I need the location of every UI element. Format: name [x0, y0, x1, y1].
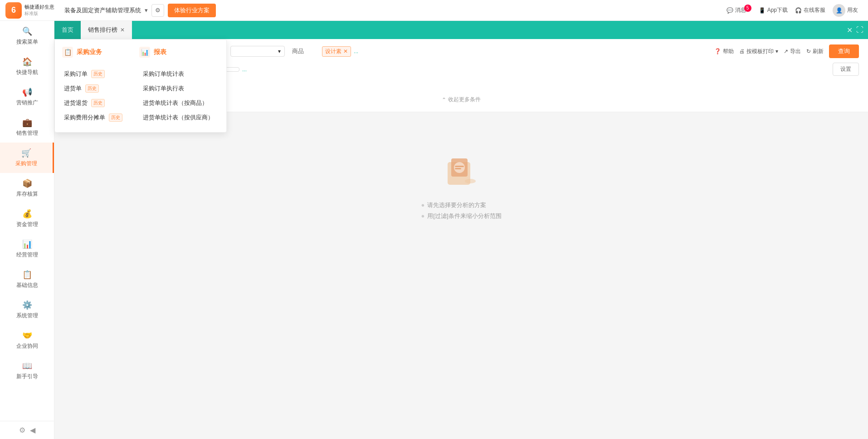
- sidebar-item-finance[interactable]: 💰 资金管理: [0, 203, 54, 234]
- purchase-business-col: 📋 采购业务 采购订单 历史 进货单 历史 进货退货 历史 采购费用分摊单 历史: [62, 47, 126, 125]
- sidebar-item-operations[interactable]: 📊 经营管理: [0, 234, 54, 264]
- sidebar-item-inventory[interactable]: 📦 库存核算: [0, 173, 54, 203]
- system-name: 装备及固定资产辅助管理系统: [64, 6, 141, 15]
- tab-close-window-icon[interactable]: ✕: [847, 26, 853, 35]
- logo-line2: 标准版: [24, 10, 54, 17]
- online-service-action[interactable]: 🎧 在线客服: [795, 6, 825, 14]
- refresh-icon: ↻: [806, 48, 811, 54]
- doc-status-select[interactable]: ▾: [230, 46, 285, 57]
- sidebar-item-purchase[interactable]: 🛒 采购管理: [0, 143, 54, 173]
- collapse-label: 收起更多条件: [448, 96, 481, 104]
- tab-maximize-icon[interactable]: ⛶: [856, 26, 863, 34]
- sidebar-label-operations: 经营管理: [16, 251, 38, 259]
- sidebar-item-basic-info[interactable]: 📋 基础信息: [0, 264, 54, 295]
- sidebar-label-enterprise: 企业协同: [16, 342, 38, 350]
- print-btn[interactable]: 🖨 按模板打印 ▾: [739, 48, 778, 55]
- sidebar-label-purchase: 采购管理: [15, 160, 37, 168]
- goods-return-label: 进货退货: [64, 99, 88, 107]
- sidebar: 🔍 搜索菜单 🏠 快捷导航 📢 营销推广 💼 销售管理 🛒 采购管理 📦 库存核…: [0, 21, 54, 439]
- query-btn[interactable]: 查询: [829, 44, 859, 58]
- help-btn[interactable]: ❓ 帮助: [714, 48, 734, 55]
- tabbar-right: ✕ ⛶: [847, 26, 868, 35]
- purchase-business-title: 📋 采购业务: [62, 47, 126, 61]
- svg-point-5: [465, 179, 476, 183]
- user-avatar: 👤: [833, 4, 845, 17]
- sidebar-item-search[interactable]: 🔍 搜索菜单: [0, 21, 54, 51]
- sidebar-item-system[interactable]: ⚙️ 系统管理: [0, 295, 54, 325]
- dropdown-goods-receipt[interactable]: 进货单 历史: [62, 81, 126, 96]
- topbar-right: 💬 消息 5 📱 App下载 🎧 在线客服 👤 用友: [727, 4, 858, 17]
- dropdown-purchase-order[interactable]: 采购订单 历史: [62, 67, 126, 81]
- sidebar-collapse-btn[interactable]: ◀: [30, 426, 35, 434]
- settings-btn[interactable]: 设置: [833, 63, 859, 76]
- dropdown-purchase-order-stats[interactable]: 采购订单统计表: [139, 67, 217, 81]
- dropdown-goods-return[interactable]: 进货退货 历史: [62, 96, 126, 110]
- purchase-report-col: 📊 报表 采购订单统计表 采购订单执行表 进货单统计表（按商品） 进货单统计表（…: [139, 47, 217, 125]
- sidebar-label-sales: 销售管理: [16, 129, 38, 137]
- basic-info-icon: 📋: [22, 270, 32, 280]
- empty-illustration: [439, 148, 484, 194]
- headset-icon: 🎧: [795, 7, 802, 14]
- dropdown-goods-stats-by-product[interactable]: 进货单统计表（按商品）: [139, 96, 217, 110]
- tab-close-icon[interactable]: ✕: [120, 27, 125, 33]
- user-action[interactable]: 👤 用友: [833, 4, 858, 17]
- salesperson-more-btn[interactable]: ...: [242, 66, 247, 73]
- industry-btn[interactable]: 体验行业方案: [168, 4, 216, 17]
- finance-icon: 💰: [22, 209, 32, 219]
- purchase-expense-hist: 历史: [109, 113, 122, 122]
- dropdown-purchase-order-exec[interactable]: 采购订单执行表: [139, 81, 217, 96]
- empty-hint-1: 请先选择要分析的方案: [421, 201, 501, 209]
- sidebar-label-finance: 资金管理: [16, 221, 38, 228]
- goods-tag: 设计素 ✕: [322, 46, 351, 57]
- system-icon: ⚙️: [22, 300, 32, 310]
- sidebar-label-guide: 新手引导: [16, 373, 38, 380]
- print-dropdown-icon: ▾: [775, 48, 778, 54]
- sidebar-item-sales[interactable]: 💼 销售管理: [0, 112, 54, 143]
- goods-tag-close[interactable]: ✕: [343, 48, 348, 54]
- svg-rect-3: [455, 166, 464, 167]
- topbar-system: 装备及固定资产辅助管理系统 ▾ ⚙ 体验行业方案: [64, 4, 727, 17]
- sidebar-label-navigation: 快捷导航: [16, 69, 38, 76]
- operations-icon: 📊: [22, 239, 32, 249]
- sidebar-item-navigation[interactable]: 🏠 快捷导航: [0, 51, 54, 82]
- system-settings-btn[interactable]: ⚙: [151, 4, 164, 17]
- sidebar-settings-btn[interactable]: ⚙: [19, 426, 25, 434]
- refresh-btn[interactable]: ↻ 刷新: [806, 48, 824, 55]
- purchase-report-title: 📊 报表: [139, 47, 217, 61]
- online-service-label: 在线客服: [804, 6, 825, 14]
- logo-area: 6 畅捷通好生意 标准版: [5, 2, 60, 19]
- sidebar-item-enterprise[interactable]: 🤝 企业协同: [0, 325, 54, 355]
- goods-label: 商品: [292, 47, 319, 55]
- sidebar-item-marketing[interactable]: 📢 营销推广: [0, 82, 54, 112]
- logo-line1: 畅捷通好生意: [24, 4, 54, 10]
- logo-icon: 6: [5, 2, 22, 19]
- dropdown-goods-stats-by-supplier[interactable]: 进货单统计表（按供应商）: [139, 110, 217, 125]
- system-dropdown-icon[interactable]: ▾: [145, 7, 148, 14]
- app-download-action[interactable]: 📱 App下载: [759, 6, 788, 14]
- empty-hints-list: 请先选择要分析的方案 用[过滤]条件来缩小分析范围: [421, 201, 501, 223]
- sidebar-label-search: 搜索菜单: [16, 38, 38, 46]
- guide-icon: 📖: [22, 361, 32, 371]
- tab-home[interactable]: 首页: [54, 21, 81, 39]
- goods-more-btn[interactable]: ...: [354, 48, 358, 54]
- goods-filter-control: 商品 设计素 ✕ ...: [292, 46, 358, 57]
- notification-action[interactable]: 💬 消息 5: [727, 6, 751, 14]
- purchase-order-label: 采购订单: [64, 70, 88, 78]
- sidebar-item-guide[interactable]: 📖 新手引导: [0, 355, 54, 386]
- sidebar-label-basic-info: 基础信息: [16, 281, 38, 289]
- export-btn[interactable]: ↗ 导出: [784, 48, 801, 55]
- user-name: 用友: [847, 6, 858, 14]
- empty-hint-2: 用[过滤]条件来缩小分析范围: [421, 212, 501, 220]
- home-icon: 🏠: [22, 57, 32, 67]
- doc-status-dropdown-icon: ▾: [278, 48, 281, 54]
- purchase-report-icon: 📊: [139, 47, 150, 58]
- purchase-report-label: 报表: [154, 48, 166, 56]
- collapse-icon: ⌃: [442, 97, 446, 103]
- phone-icon: 📱: [759, 7, 766, 14]
- dropdown-purchase-expense[interactable]: 采购费用分摊单 历史: [62, 110, 126, 125]
- tab-sales-ranking[interactable]: 销售排行榜 ✕: [81, 21, 132, 39]
- notification-count: 5: [744, 5, 751, 12]
- empty-state: 请先选择要分析的方案 用[过滤]条件来缩小分析范围: [54, 112, 868, 259]
- notification-icon: 💬: [727, 7, 733, 14]
- goods-return-hist: 历史: [91, 99, 105, 107]
